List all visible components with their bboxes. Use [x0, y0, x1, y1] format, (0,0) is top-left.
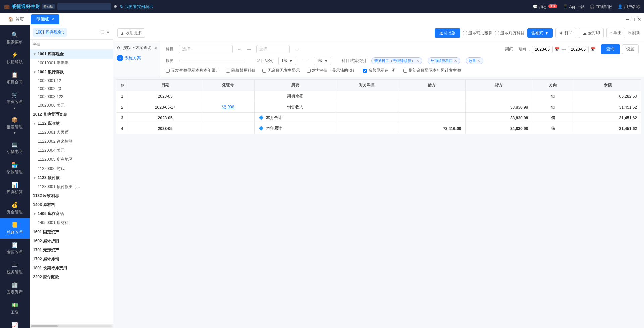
collapse-1122-icon[interactable]: ▼: [33, 122, 36, 125]
table-container[interactable]: ⚙ 日期 凭证号 摘要 对方科目 借方 贷方 方向 余额: [113, 77, 644, 328]
check-opposite-subject-box[interactable]: [307, 69, 311, 73]
settings-icon-btn[interactable]: ⚙: [114, 4, 117, 9]
online-service-btn[interactable]: 🎧 在线客服: [590, 4, 612, 10]
filter-collapse-icon[interactable]: ◀: [154, 46, 157, 50]
top-search-input[interactable]: [57, 3, 111, 10]
query-btn[interactable]: 查询: [601, 44, 620, 54]
tree-item-1701[interactable]: 1701 无形资产: [30, 246, 113, 255]
tree-item-1602[interactable]: 1602 累计折旧: [30, 237, 113, 246]
tree-item-1001[interactable]: ▼ 1001 库存现金: [30, 50, 113, 59]
tree-scrollbar[interactable]: [30, 324, 113, 328]
demo-button[interactable]: ↻ 我要看实例演示: [120, 4, 153, 10]
tree-item-11220004[interactable]: 11220004 美元: [30, 146, 113, 155]
collapse-1001-icon[interactable]: ▼: [33, 52, 36, 56]
tree-item-11220001[interactable]: 11220001 人民币: [30, 128, 113, 137]
level-to-select[interactable]: 6级 ▼: [314, 57, 331, 65]
account-tree[interactable]: ▼ 1001 库存现金 10010001 哟哟哟 ▼ 1002 银行存款 100…: [30, 50, 113, 324]
tree-item-10020002[interactable]: 10020002 23: [30, 85, 113, 93]
tree-item-10020003[interactable]: 10020003 122: [30, 93, 113, 101]
tree-item-10020001[interactable]: 10020001 12: [30, 77, 113, 85]
sidebar-item-ecommerce[interactable]: 💻 小畅电商: [0, 138, 30, 158]
summary-input[interactable]: [179, 60, 246, 62]
tree-item-1123[interactable]: ▼ 1123 预付款: [30, 173, 113, 182]
period-end-input[interactable]: 2023-05: [568, 46, 589, 53]
show-aux-checkbox[interactable]: [463, 31, 467, 35]
tree-item-1801[interactable]: 1801 长期待摊费用: [30, 264, 113, 273]
check-period-init[interactable]: 期初余额显示本年累计发生额: [403, 68, 461, 73]
sidebar-item-ops[interactable]: 📈 经营管理: [0, 319, 30, 328]
sidebar-item-project[interactable]: 📋 项目合同: [0, 68, 30, 88]
tree-item-11220002[interactable]: 11220002 往来标签: [30, 137, 113, 146]
app-download-btn[interactable]: 📱 App下载: [563, 4, 584, 10]
tab-home[interactable]: 🏠 首页: [3, 14, 30, 24]
list-view-icon[interactable]: ☰: [101, 30, 104, 35]
check-hide-disabled[interactable]: 隐藏禁用科目: [226, 68, 256, 73]
voucher-link[interactable]: 记-006: [222, 105, 234, 109]
th-gear[interactable]: ⚙: [116, 80, 128, 91]
check-no-balance[interactable]: 无余额无发生显示: [262, 68, 300, 73]
show-opposite-check[interactable]: 显示对方科目: [495, 30, 525, 36]
tree-item-2202[interactable]: 2202 应付账款: [30, 273, 113, 282]
check-no-amount[interactable]: 无发生额显示本月本年累计: [166, 68, 219, 73]
tree-item-11230001[interactable]: 11230001 预付款美元...: [30, 182, 113, 191]
tree-item-1122[interactable]: ▼ 1122 应收款: [30, 119, 113, 128]
check-opposite-subject[interactable]: 对方科目（显示辅助项）: [307, 68, 356, 73]
tab-close-btn[interactable]: ✕: [51, 17, 54, 21]
sidebar-item-wholesale[interactable]: 📦 批发管理 ▼: [0, 113, 30, 138]
row-2-voucher[interactable]: 记-006: [202, 102, 255, 113]
check-period-init-box[interactable]: [403, 69, 407, 73]
breadcrumb-nav[interactable]: 1001 库存现金 ›: [33, 28, 67, 37]
tree-item-10020006[interactable]: 10020006 美元: [30, 101, 113, 110]
window-maximize-btn[interactable]: □: [632, 17, 635, 22]
tree-item-1405[interactable]: ▼ 1405 库存商品: [30, 209, 113, 218]
filter-settings-icon[interactable]: ⚙: [117, 46, 120, 50]
gear-icon[interactable]: ⚙: [120, 83, 124, 88]
cloud-print-btn[interactable]: ☁ 云打印: [579, 28, 604, 38]
sidebar-item-capital[interactable]: 💰 资金管理: [0, 198, 30, 218]
export-btn[interactable]: ↑ 导出: [606, 28, 625, 38]
sidebar-item-assets[interactable]: 🏢 固定资产: [0, 278, 30, 299]
collapse-1002-icon[interactable]: ▼: [33, 70, 36, 74]
sidebar-item-salary[interactable]: 💵 工资: [0, 299, 30, 319]
print-btn[interactable]: 🖨 打印: [555, 28, 576, 38]
level-from-select[interactable]: 1级 ▼: [278, 57, 296, 65]
check-balance-one-col-box[interactable]: [363, 69, 367, 73]
format-btn[interactable]: 金额式 ▼: [527, 28, 553, 38]
sidebar-item-inventory[interactable]: 📊 库存核算: [0, 178, 30, 198]
system-plan-btn[interactable]: ✦ 系统方案: [117, 55, 157, 61]
period-start-input[interactable]: 2023-05: [532, 46, 553, 53]
tree-item-1601[interactable]: 1601 固定资产: [30, 227, 113, 237]
tab-ledger[interactable]: 明细账 ✕: [31, 14, 59, 24]
sidebar-item-ledger[interactable]: 📒 总账管理: [0, 218, 30, 239]
sidebar-item-invoice[interactable]: 🧾 发票管理: [0, 239, 30, 259]
tree-item-1002[interactable]: ▼ 1002 银行存款: [30, 68, 113, 77]
filter-tag-2-close[interactable]: ✕: [477, 59, 480, 63]
refresh-btn[interactable]: ↻ 刷新: [628, 30, 640, 36]
window-close-btn[interactable]: ✕: [637, 17, 641, 22]
window-minimize-btn[interactable]: ─: [626, 17, 629, 22]
subject-input[interactable]: 选择...: [179, 45, 233, 53]
filter-tag-0-close[interactable]: ✕: [416, 59, 419, 63]
show-opposite-checkbox[interactable]: [495, 31, 499, 35]
user-avatar[interactable]: 👤 用户名称: [618, 4, 640, 10]
filter-tag-1-close[interactable]: ✕: [454, 59, 457, 63]
show-aux-check[interactable]: 显示辅助核算: [463, 30, 492, 36]
check-no-balance-box[interactable]: [262, 69, 266, 73]
check-hide-disabled-box[interactable]: [226, 69, 230, 73]
tree-item-11220005[interactable]: 11220005 所在地区: [30, 155, 113, 164]
sidebar-item-purchase[interactable]: 🏪 采购管理: [0, 158, 30, 178]
filter-settings-btn[interactable]: 设置: [622, 44, 639, 54]
sidebar-item-retail[interactable]: 🛒 零售管理 ▼: [0, 88, 30, 113]
check-balance-one-col[interactable]: 余额显示在一列: [363, 68, 396, 73]
tree-item-11220006[interactable]: 11220006 游戏: [30, 164, 113, 173]
check-no-amount-box[interactable]: [166, 69, 170, 73]
tree-item-10010001[interactable]: 10010001 哟哟哟: [30, 59, 113, 68]
expand-collapse-btn[interactable]: ▲ 收起更多: [117, 28, 145, 38]
tree-item-14050001[interactable]: 14050001 原材料: [30, 218, 113, 227]
sidebar-item-tax[interactable]: 🏛 税务管理: [0, 259, 30, 278]
collapse-1405-icon[interactable]: ▼: [33, 212, 36, 216]
collapse-1123-icon[interactable]: ▼: [33, 176, 36, 180]
tree-view-icon[interactable]: ⊟: [106, 30, 110, 35]
subject-end-input[interactable]: 选择...: [256, 45, 290, 53]
return-old-btn[interactable]: 返回旧版: [435, 28, 460, 38]
